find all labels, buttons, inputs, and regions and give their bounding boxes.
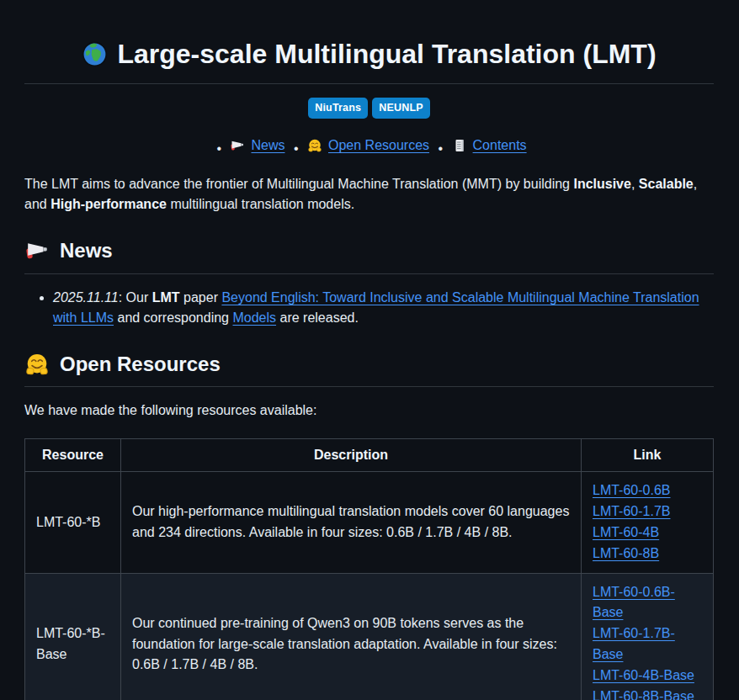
resources-lead: We have made the following resources ava… xyxy=(24,400,714,421)
readme-page: Large-scale Multilingual Translation (LM… xyxy=(0,0,739,700)
model-link[interactable]: LMT-60-8B-Base xyxy=(593,687,702,700)
news-heading-text: News xyxy=(60,236,113,265)
news-text: are released. xyxy=(276,310,359,325)
megaphone-icon xyxy=(24,238,50,263)
nav-link-news[interactable]: News xyxy=(230,135,284,156)
nav-link-label: News xyxy=(251,135,284,156)
news-text: and corresponding xyxy=(114,310,232,325)
anchor-nav: • News • Open Resources • Contents xyxy=(24,135,714,159)
megaphone-icon xyxy=(230,138,245,153)
intro-paragraph: The LMT aims to advance the frontier of … xyxy=(24,174,714,215)
news-bold-lmt: LMT xyxy=(152,290,180,305)
resource-cell: LMT-60-*B xyxy=(25,472,121,573)
description-cell: Our high-performance multilingual transl… xyxy=(121,472,582,573)
resource-cell: LMT-60-*B-Base xyxy=(25,573,121,700)
model-link[interactable]: LMT-60-1.7B xyxy=(593,501,702,522)
document-icon xyxy=(452,138,467,153)
intro-bold-high-performance: High-performance xyxy=(51,197,167,211)
model-link[interactable]: LMT-60-4B-Base xyxy=(593,666,702,687)
open-resources-heading-text: Open Resources xyxy=(60,350,221,379)
intro-bold-scalable: Scalable xyxy=(639,177,694,191)
hugging-face-icon xyxy=(307,138,322,153)
page-title: Large-scale Multilingual Translation (LM… xyxy=(24,37,714,84)
news-text: : Our xyxy=(119,290,152,305)
nav-link-label: Contents xyxy=(473,135,527,156)
table-row: LMT-60-*B Our high-performance multiling… xyxy=(25,472,714,573)
nav-bullet: • xyxy=(439,141,444,156)
news-item: 2025.11.11: Our LMT paper Beyond English… xyxy=(53,288,714,328)
nav-link-open-resources[interactable]: Open Resources xyxy=(307,135,429,156)
model-link[interactable]: LMT-60-1.7B-Base xyxy=(593,623,702,666)
intro-bold-inclusive: Inclusive xyxy=(573,177,630,191)
table-header-row: Resource Description Link xyxy=(25,439,714,472)
news-text: paper xyxy=(180,290,222,305)
column-header-description: Description xyxy=(121,439,582,472)
column-header-link: Link xyxy=(582,439,714,472)
badge-neunlp: NEUNLP xyxy=(372,98,430,119)
badge-row: NiuTrans NEUNLP xyxy=(24,98,714,119)
nav-bullet: • xyxy=(216,141,221,156)
table-row: LMT-60-*B-Base Our continued pre-trainin… xyxy=(25,573,714,700)
resources-table: Resource Description Link LMT-60-*B Our … xyxy=(24,438,714,700)
model-link[interactable]: LMT-60-0.6B xyxy=(593,480,702,501)
model-link[interactable]: LMT-60-8B xyxy=(593,544,702,565)
news-date: 2025.11.11 xyxy=(53,290,119,305)
link-cell: LMT-60-0.6B-Base LMT-60-1.7B-Base LMT-60… xyxy=(582,573,714,700)
intro-text: multilingual translation models. xyxy=(167,197,354,211)
news-heading: News xyxy=(24,236,714,274)
nav-link-label: Open Resources xyxy=(328,135,429,156)
model-link[interactable]: LMT-60-0.6B-Base xyxy=(593,582,702,624)
news-list: 2025.11.11: Our LMT paper Beyond English… xyxy=(24,288,714,328)
model-link[interactable]: LMT-60-4B xyxy=(593,522,702,544)
link-cell: LMT-60-0.6B LMT-60-1.7B LMT-60-4B LMT-60… xyxy=(582,472,714,573)
hugging-face-icon xyxy=(24,352,50,377)
models-link[interactable]: Models xyxy=(232,310,276,325)
nav-link-contents[interactable]: Contents xyxy=(452,135,527,156)
page-title-text: Large-scale Multilingual Translation (LM… xyxy=(117,37,656,71)
open-resources-heading: Open Resources xyxy=(24,350,714,388)
globe-icon xyxy=(82,41,108,67)
intro-text: The LMT aims to advance the frontier of … xyxy=(24,177,573,191)
badge-niutrans: NiuTrans xyxy=(308,98,368,119)
column-header-resource: Resource xyxy=(25,439,121,472)
description-cell: Our continued pre-training of Qwen3 on 9… xyxy=(121,573,582,700)
intro-text: , xyxy=(631,177,639,191)
nav-bullet: • xyxy=(294,141,299,156)
